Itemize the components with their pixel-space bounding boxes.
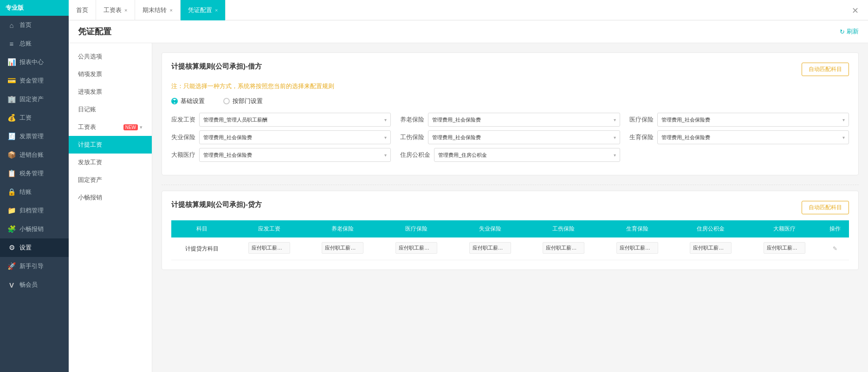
settings-icon: ⚙ xyxy=(7,244,16,252)
field-yanglao-label: 养老保险 xyxy=(400,115,424,124)
tab-salary-close[interactable]: × xyxy=(124,7,127,13)
sidebar-item-xiaoexpense[interactable]: 🧩 小畅报销 xyxy=(0,220,69,238)
tab-period[interactable]: 期末结转 × xyxy=(135,0,180,20)
cell-pension[interactable]: 应付职工薪酬_应... xyxy=(306,237,380,260)
field-yingfa-select[interactable]: 管理费用_管理人员职工薪酬 ▾ xyxy=(199,113,391,127)
closing-icon: 🔒 xyxy=(7,188,16,196)
left-nav-fixed-assets[interactable]: 固定资产 xyxy=(69,171,152,189)
sidebar-item-funds[interactable]: 💳 资金管理 xyxy=(0,71,69,90)
sidebar-item-report[interactable]: 📊 报表中心 xyxy=(0,53,69,71)
close-button[interactable]: ✕ xyxy=(852,6,859,16)
sidebar-item-label: 设置 xyxy=(19,244,32,252)
sidebar: 专业版 ⌂ 首页 ≡ 总账 📊 报表中心 💳 资金管理 🏢 固定资产 💰 工资 … xyxy=(0,0,69,372)
col-unemployment: 失业保险 xyxy=(453,220,527,237)
field-gjj-select[interactable]: 管理费用_住房公积金 ▾ xyxy=(434,148,620,162)
field-yingfa-label: 应发工资 xyxy=(171,115,195,124)
field-dae-label: 大额医疗 xyxy=(171,151,195,159)
auto-match-button-2[interactable]: 自动匹配科目 xyxy=(802,201,849,214)
tab-voucher-close[interactable]: × xyxy=(215,7,218,13)
field-yiliao-select[interactable]: 管理费用_社会保险费 ▾ xyxy=(657,113,849,127)
left-nav-calc-salary[interactable]: 计提工资 xyxy=(69,136,152,154)
new-badge: NEW xyxy=(123,124,138,130)
col-subject: 科目 xyxy=(171,220,233,237)
left-nav-journal[interactable]: 日记账 xyxy=(69,101,152,118)
dropdown-arrow: ▾ xyxy=(614,153,616,158)
cell-unemployment[interactable]: 应付职工薪酬_应... xyxy=(453,237,527,260)
tab-voucher[interactable]: 凭证配置 × xyxy=(181,0,226,20)
sidebar-item-guide[interactable]: 🚀 新手引导 xyxy=(0,257,69,276)
radio-dept[interactable]: 按部门设置 xyxy=(223,97,263,105)
field-gongshang-label: 工伤保险 xyxy=(400,133,424,141)
radio-basic[interactable]: 基础设置 xyxy=(171,97,205,105)
ledger-icon: ≡ xyxy=(7,40,16,48)
field-yingfa: 应发工资 管理费用_管理人员职工薪酬 ▾ xyxy=(171,113,391,127)
cell-edit[interactable]: ✎ xyxy=(821,237,849,260)
col-salary: 应发工资 xyxy=(233,220,306,237)
sidebar-item-settings[interactable]: ⚙ 设置 xyxy=(0,238,69,257)
sidebar-item-label: 新手引导 xyxy=(19,262,44,270)
sidebar-item-archive[interactable]: 📁 归档管理 xyxy=(0,201,69,220)
dropdown-arrow: ▾ xyxy=(384,117,387,122)
field-dae-select[interactable]: 管理费用_社会保险费 ▾ xyxy=(199,148,391,162)
sidebar-item-label: 固定资产 xyxy=(19,95,44,103)
section1-header: 计提核算规则(公司承担)-借方 自动匹配科目 xyxy=(171,62,849,77)
sidebar-item-invoice[interactable]: 🧾 发票管理 xyxy=(0,127,69,146)
field-yiliao-label: 医疗保险 xyxy=(629,115,654,124)
field-gjj-label: 住房公积金 xyxy=(400,151,430,159)
sidebar-item-label: 总账 xyxy=(19,39,32,48)
left-nav-sales-invoice[interactable]: 销项发票 xyxy=(69,65,152,83)
left-nav-small-expense[interactable]: 小畅报销 xyxy=(69,189,152,206)
col-medical: 医疗保险 xyxy=(380,220,453,237)
radio-dept-label: 按部门设置 xyxy=(233,97,263,105)
refresh-button[interactable]: ↻ 刷新 xyxy=(840,27,859,36)
sidebar-item-tax[interactable]: 📋 税务管理 xyxy=(0,164,69,183)
cell-birth[interactable]: 应付职工薪酬_应... xyxy=(600,237,674,260)
sidebar-item-ledger[interactable]: ≡ 总账 xyxy=(0,34,69,53)
field-yanglao-select[interactable]: 管理费用_社会保险费 ▾ xyxy=(428,113,620,127)
guide-icon: 🚀 xyxy=(7,262,16,270)
sidebar-item-assets[interactable]: 🏢 固定资产 xyxy=(0,90,69,109)
sidebar-item-member[interactable]: V 畅会员 xyxy=(0,276,69,294)
left-nav-public[interactable]: 公共选项 xyxy=(69,48,152,65)
field-shiye-select[interactable]: 管理费用_社会保险费 ▾ xyxy=(199,130,391,144)
cell-big-medical[interactable]: 应付职工薪酬_应... xyxy=(748,237,822,260)
auto-match-button-1[interactable]: 自动匹配科目 xyxy=(802,63,849,76)
funds-icon: 💳 xyxy=(7,77,16,85)
tab-period-close[interactable]: × xyxy=(169,7,172,13)
tab-period-label: 期末结转 xyxy=(143,6,167,14)
sidebar-item-closing[interactable]: 🔒 结账 xyxy=(0,183,69,201)
member-icon: V xyxy=(7,281,16,289)
cell-injury[interactable]: 应付职工薪酬_应... xyxy=(527,237,601,260)
tab-home-label: 首页 xyxy=(76,6,88,14)
field-shiye: 失业保险 管理费用_社会保险费 ▾ xyxy=(171,130,391,144)
col-housing: 住房公积金 xyxy=(674,220,748,237)
left-nav-salary-table[interactable]: 工资表 NEW ▾ xyxy=(69,118,152,136)
left-nav-pay-salary[interactable]: 发放工资 xyxy=(69,154,152,171)
col-action: 操作 xyxy=(821,220,849,237)
sidebar-item-home[interactable]: ⌂ 首页 xyxy=(0,16,69,34)
cell-medical[interactable]: 应付职工薪酬_应... xyxy=(380,237,453,260)
radio-basic-label: 基础设置 xyxy=(181,97,205,105)
tab-voucher-label: 凭证配置 xyxy=(188,6,212,14)
cell-housing[interactable]: 应付职工薪酬_应... xyxy=(674,237,748,260)
page-body: 公共选项 销项发票 进项发票 日记账 工资表 NEW ▾ 计提工资 xyxy=(69,43,868,372)
assets-icon: 🏢 xyxy=(7,95,16,103)
section-debit: 计提核算规则(公司承担)-借方 自动匹配科目 注：只能选择一种方式，系统将按照您… xyxy=(162,52,859,175)
section2-header: 计提核算规则(公司承担)-贷方 自动匹配科目 xyxy=(171,200,849,215)
cell-salary[interactable]: 应付职工薪酬_应... xyxy=(233,237,306,260)
sidebar-item-inventory[interactable]: 📦 进销台账 xyxy=(0,146,69,164)
field-shengyu-select[interactable]: 管理费用_社会保险费 ▾ xyxy=(657,130,849,144)
section2-title: 计提核算规则(公司承担)-贷方 xyxy=(171,200,262,209)
edit-icon[interactable]: ✎ xyxy=(833,245,837,252)
tab-home[interactable]: 首页 xyxy=(69,0,96,20)
radio-basic-circle xyxy=(171,98,178,104)
tabs-bar: 首页 工资表 × 期末结转 × 凭证配置 × ✕ xyxy=(69,0,868,20)
tab-salary[interactable]: 工资表 × xyxy=(96,0,135,20)
sidebar-item-label: 小畅报销 xyxy=(19,225,44,233)
sidebar-item-salary[interactable]: 💰 工资 xyxy=(0,109,69,127)
left-nav-purchase-invoice[interactable]: 进项发票 xyxy=(69,83,152,101)
right-content: 计提核算规则(公司承担)-借方 自动匹配科目 注：只能选择一种方式，系统将按照您… xyxy=(152,43,868,372)
field-gjj: 住房公积金 管理费用_住房公积金 ▾ xyxy=(400,148,620,162)
field-gongshang-select[interactable]: 管理费用_社会保险费 ▾ xyxy=(428,130,620,144)
page-header: 凭证配置 ↻ 刷新 xyxy=(69,20,868,43)
